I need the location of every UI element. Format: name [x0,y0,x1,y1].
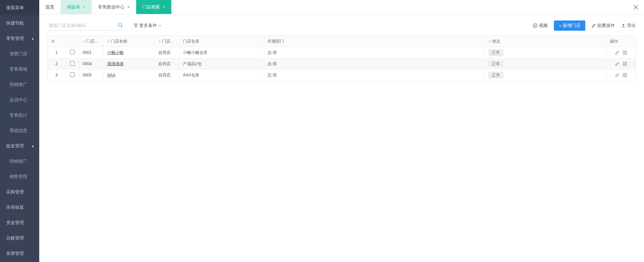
gear-icon: ⚙ [51,39,55,44]
store-name-link[interactable]: 小畅小畅 [107,50,124,55]
sidebar-item-label: 基础信息 [10,128,27,134]
sidebar-item-4[interactable]: 零售商城 [0,61,39,77]
sidebar-item-2[interactable]: 零售管理▲ [0,31,39,46]
sidebar-item-13[interactable]: 库存核算 [0,200,39,215]
svg-rect-11 [623,73,624,74]
cell-warehouse: 小畅小畅仓库 [180,47,264,58]
sidebar-item-16[interactable]: 发票管理 [0,246,39,261]
cell-checkbox [66,70,79,81]
sidebar-item-label: 总账管理 [6,235,24,241]
sort-icon: ⇅ [488,40,491,43]
close-icon [633,5,638,10]
batch-ops-link[interactable]: 批量操作 [591,23,615,29]
cell-code: 0004 [79,58,104,70]
tab-bar: 首页调拨单×零售数据中心×门店档案× [39,0,644,14]
svg-rect-9 [623,64,624,66]
page-content: 更多条件 视频 + 新增门店 批量操作 [39,14,644,262]
sidebar-item-9[interactable]: 批发管理▲ [0,138,39,154]
store-name-link[interactable]: 滴滴滴滴 [107,61,124,66]
header-code[interactable]: ⇅门店... [79,36,104,47]
header-type-label: 门店... [162,39,174,44]
sidebar-item-6[interactable]: 会员中心 [0,92,39,107]
cell-name: AAA [104,70,155,81]
sidebar-item-label: 资金管理 [6,220,24,226]
more-row-icon[interactable] [623,73,627,77]
edit-row-icon[interactable] [615,50,619,55]
header-settings[interactable]: ⚙ [48,36,66,47]
status-badge: 正常 [488,72,503,79]
sidebar-item-label: 零售商城 [10,66,27,72]
sidebar-item-1[interactable]: 快捷导航 [0,15,39,31]
cell-dept: 总 部 [264,70,485,81]
add-store-button[interactable]: + 新增门店 [554,20,585,31]
search-input[interactable] [47,20,124,31]
svg-rect-4 [625,50,627,52]
tab-label: 首页 [45,4,54,10]
status-badge: 正常 [488,49,503,56]
header-name[interactable]: ⇅门店名称 [104,36,155,47]
header-dept[interactable]: 所属部门 [264,36,485,47]
sidebar-item-0[interactable]: 搜索菜单 [0,0,39,15]
sidebar-item-5[interactable]: 营销推广 [0,77,39,92]
more-row-icon[interactable] [623,62,627,66]
sidebar-item-12[interactable]: 采购管理 [0,184,39,200]
svg-rect-10 [625,64,627,66]
search-icon[interactable] [118,23,123,28]
svg-rect-3 [623,50,624,52]
sidebar-item-7[interactable]: 零售统计 [0,107,39,123]
sidebar-item-15[interactable]: 总账管理 [0,230,39,246]
header-type[interactable]: ⇅门店... [155,36,180,47]
filter-icon [134,24,138,28]
row-checkbox[interactable] [70,61,75,66]
search-wrap [47,20,124,31]
sidebar-item-14[interactable]: 资金管理 [0,215,39,230]
svg-rect-7 [623,62,624,63]
tab-label: 调拨单 [67,4,80,10]
header-status[interactable]: ⇅状态 [485,36,606,47]
sidebar-item-10[interactable]: 营销推广 [0,154,39,169]
cell-name: 小畅小畅 [104,47,155,58]
cell-actions [606,47,636,58]
header-warehouse[interactable]: 门店仓库 [180,36,264,47]
sidebar-item-label: 智慧门店 [10,51,27,57]
sidebar-item-label: 销售管理 [10,174,27,180]
cell-type: 自营店 [155,58,180,70]
cell-actions [606,70,636,81]
sidebar-item-11[interactable]: 销售管理 [0,169,39,184]
close-all-tabs[interactable] [630,0,642,14]
tab-close-icon[interactable]: × [163,5,165,10]
tab-0[interactable]: 首页 [39,0,61,14]
video-link[interactable]: 视频 [533,23,548,29]
tab-3[interactable]: 门店档案× [136,0,172,14]
cell-actions [606,58,636,70]
export-link[interactable]: 导出 [621,23,636,29]
cell-code: 0001 [79,47,104,58]
table-row: 20004滴滴滴滴自营店产成品2仓总 部正常 [48,58,636,70]
edit-row-icon[interactable] [615,73,619,77]
header-code-label: 门店... [86,39,98,44]
more-conditions[interactable]: 更多条件 [134,23,161,29]
store-name-link[interactable]: AAA [107,73,115,77]
tab-close-icon[interactable]: × [127,5,130,10]
sidebar-item-3[interactable]: 智慧门店 [0,46,39,61]
cell-warehouse: 产成品2仓 [180,58,264,70]
sidebar-item-label: 营销推广 [10,158,27,164]
sidebar-item-label: 发票管理 [6,250,24,257]
sidebar-item-8[interactable]: 基础信息 [0,123,39,138]
add-store-label: 新增门店 [563,23,581,29]
tab-1[interactable]: 调拨单× [61,0,92,14]
cell-checkbox [66,47,79,58]
cell-checkbox [66,58,79,70]
cell-index: 1 [48,47,66,58]
row-checkbox[interactable] [70,72,75,77]
caret-up-icon: ▲ [31,37,34,40]
chevron-down-icon [158,24,161,27]
tab-2[interactable]: 零售数据中心× [92,0,136,14]
cell-type: 自营店 [155,47,180,58]
edit-row-icon[interactable] [615,62,619,66]
more-row-icon[interactable] [623,50,627,55]
svg-point-0 [118,23,121,26]
row-checkbox[interactable] [70,50,75,55]
header-checkbox [66,36,79,47]
tab-close-icon[interactable]: × [83,5,85,10]
